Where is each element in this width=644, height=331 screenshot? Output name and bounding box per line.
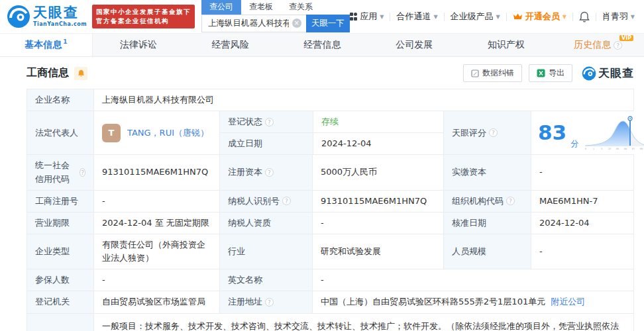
help-icon[interactable]: ? [506,197,515,205]
business-scope-label: 经营范围 ? [27,314,93,331]
svg-text:84: 84 [624,148,627,150]
separator [572,13,573,21]
table-row: 法定代表人 T TANG，RUI（唐锐） 登记状态 ? 存续 成立日期 2024… [27,111,633,154]
score-distribution-chart: 0 1 3 15 50 84 97 99 100 [584,115,644,151]
tab-risk-label: 经营风险 [212,39,249,51]
search-tab-boss[interactable]: 查老板 [241,0,281,15]
approval-date-value: 2024-12-04 [531,213,633,234]
chevron-down-icon: ▼ [433,14,437,20]
company-name-value: 上海纵目机器人科技有限公司 [93,89,633,111]
establish-date-label: 成立日期 [220,133,313,154]
svg-text:1: 1 [593,148,594,150]
tab-business-label: 经营信息 [304,39,341,51]
tab-legal-proceedings[interactable]: 法律诉讼 [93,34,185,56]
watermark-name: 天眼查 [598,66,634,81]
legal-rep-avatar[interactable]: T [102,124,121,142]
tab-ip-label: 知识产权 [488,39,525,51]
reg-authority-value: 自由贸易试验区市场监管局 [93,291,219,312]
excel-export-icon [537,69,545,77]
tab-history-info[interactable]: VIP 历史信息 ? [552,34,644,56]
nearby-companies-link[interactable]: 附近公司 [551,295,585,308]
taxpayer-id-label-text: 纳税人识别号 [228,195,280,208]
tab-development-label: 公司发展 [396,39,433,51]
reg-number-label: 工商注册号 [27,191,93,212]
tab-company-development[interactable]: 公司发展 [368,34,460,56]
establish-date-value: 2024-12-04 [313,133,443,154]
top-menu: 应用 ▼ 合作通道 ▼ 企业级产品 ▼ 开通会员 ▼ 肖青羽 ▼ [350,11,635,23]
menu-vip-label: 开通会员 [525,11,560,23]
apps-grid-icon [350,13,358,21]
chevron-down-icon: ▼ [631,14,635,20]
search-block: 查公司 查老板 查关系 × 天眼一下 [201,1,350,32]
username: 肖青羽 [602,11,628,23]
help-icon[interactable]: ? [489,128,498,137]
svg-text:97: 97 [632,148,635,150]
help-icon[interactable]: ? [282,197,291,205]
table-row: 统一社会信用代码 ? 91310115MAE6M1HN7Q 注册资本 ? 500… [27,154,633,189]
tab-basic-info[interactable]: 基本信息 1 [0,34,93,56]
industry-value: 研究和试验发展 [312,234,443,269]
export-label: 导出 [549,68,564,79]
menu-vip-upgrade[interactable]: 开通会员 ▼ [513,11,566,23]
reg-number-value: - [93,191,219,212]
reg-capital-value: 5000万人民币 [312,155,443,189]
search-tab-company[interactable]: 查公司 [201,0,241,15]
approval-date-label: 核准日期 [443,213,531,234]
credit-code-value: 91310115MAE6M1HN7Q [93,155,219,189]
legal-rep-cell: T TANG，RUI（唐锐） [93,111,219,154]
table-subrow: 成立日期 2024-12-04 [220,132,443,154]
menu-enterprise-products[interactable]: 企业级产品 ▼ [451,11,500,23]
search-input[interactable] [201,15,306,32]
legal-rep-link[interactable]: TANG，RUI（唐锐） [127,126,209,140]
gov-badge-line2: 官方备案企业征信机构 [96,17,191,26]
x-axis-ticks: 0 1 3 15 50 84 97 99 100 [585,148,644,150]
menu-cooperation[interactable]: 合作通道 ▼ [396,11,437,23]
svg-text:15: 15 [608,148,611,150]
export-button[interactable]: 导出 [529,64,572,82]
tab-basic-info-label: 基本信息 [25,39,62,51]
taxpayer-id-value: 91310115MAE6M1HN7Q [312,191,443,212]
help-icon[interactable]: ? [265,168,274,177]
table-row: 营业期限 2024-12-04 至 无固定期限 纳税人资质 - 核准日期 202… [27,212,633,234]
help-icon[interactable]: ? [265,118,274,126]
gov-badge-line1: 国家中小企业发展子基金旗下 [96,7,191,17]
help-icon[interactable]: ? [80,168,85,177]
tianyancha-logo[interactable]: 天眼查 TianYanCha.com [7,5,87,28]
vip-badge: VIP [619,35,633,41]
help-icon[interactable]: ? [614,41,622,50]
score-cell[interactable]: 83 分 0 1 3 [531,111,644,154]
menu-apps-label: 应用 [360,11,377,23]
menu-apps[interactable]: 应用 ▼ [350,11,384,23]
svg-text:3: 3 [601,148,602,150]
reg-authority-label: 登记机关 [27,291,93,312]
search-button[interactable]: 天眼一下 [306,15,350,32]
separator [596,13,596,21]
user-account[interactable]: 肖青羽 ▼ [602,11,635,23]
data-correction-button[interactable]: 数据纠错 [463,64,522,82]
clear-search-icon[interactable]: × [292,19,301,28]
search-tab-relation[interactable]: 查关系 [281,0,321,15]
paid-capital-label: 实缴资本 [443,155,531,189]
subscribe-bell-chip[interactable] [74,67,87,80]
tab-intellectual-property[interactable]: 知识产权 [460,34,553,56]
company-type-label: 企业类型 [27,234,93,269]
tab-operational-risk[interactable]: 经营风险 [184,34,276,56]
score-value: 83 [538,122,566,143]
data-correction-label: 数据纠错 [482,68,514,79]
notification-bell-icon[interactable] [579,11,590,23]
table-row: 参保人数 - 英文名称 - [27,269,633,291]
business-term-label: 营业期限 [27,213,93,234]
insured-count-label: 参保人数 [27,269,93,291]
section-title: 工商信息 [27,66,69,80]
tab-basic-info-count: 1 [63,38,67,45]
correction-pencil-icon [471,70,479,77]
taxpayer-id-label: 纳税人识别号 ? [219,191,312,212]
staff-size-label: 人员规模 [443,234,531,269]
reg-status-label-text: 登记状态 [228,115,262,128]
reg-capital-label: 注册资本 ? [219,155,312,189]
taxpayer-quality-value: - [312,213,443,234]
table-row: 企业类型 有限责任公司（外商投资企业法人独资） 行业 研究和试验发展 人员规模 … [27,234,633,269]
industry-label: 行业 [219,234,312,269]
help-icon[interactable]: ? [265,298,274,307]
tab-business-info[interactable]: 经营信息 [276,34,368,56]
